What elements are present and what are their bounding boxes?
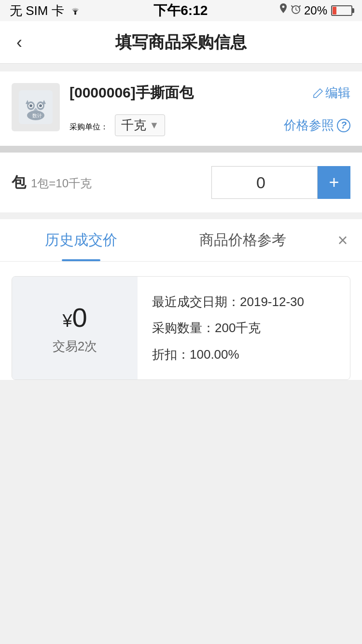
tab-history-price[interactable]: 历史成交价 bbox=[0, 219, 162, 261]
info-icon: ? bbox=[337, 119, 350, 132]
recent-date-value: 2019-12-30 bbox=[240, 294, 304, 309]
quantity-plus-button[interactable]: + bbox=[318, 166, 350, 199]
back-button[interactable]: ‹ bbox=[12, 28, 27, 57]
tab-active-indicator bbox=[62, 259, 100, 261]
purchase-qty-row: 采购数量：200千克 bbox=[152, 319, 335, 336]
sim-text: 无 SIM 卡 bbox=[10, 2, 64, 19]
discount-value: 100.00% bbox=[190, 347, 239, 362]
quantity-unit-label: 包 bbox=[12, 173, 26, 193]
discount-label: 折扣： bbox=[152, 347, 190, 362]
product-name: [0000006]手撕面包 bbox=[70, 83, 194, 103]
svg-point-7 bbox=[29, 104, 32, 107]
battery-icon bbox=[331, 5, 352, 16]
price-symbol: ¥ bbox=[62, 311, 72, 331]
battery-percent: 20% bbox=[304, 4, 327, 17]
nav-bar: ‹ 填写商品采购信息 bbox=[0, 21, 362, 64]
product-info: [0000006]手撕面包 编辑 采购单位： 千克 ▼ 价格 bbox=[70, 83, 350, 136]
edit-button[interactable]: 编辑 bbox=[313, 84, 350, 101]
svg-point-8 bbox=[39, 104, 42, 107]
recent-date-row: 最近成交日期：2019-12-30 bbox=[152, 293, 335, 310]
history-price-left: ¥0 交易2次 bbox=[12, 277, 138, 379]
product-card: 数计 [0000006]手撕面包 编辑 采购单位： 千克 ▼ bbox=[0, 71, 362, 146]
quantity-left: 包 1包=10千克 bbox=[12, 173, 92, 193]
tabs-header: 历史成交价 商品价格参考 × bbox=[0, 219, 362, 262]
quantity-input-group: + bbox=[211, 166, 350, 199]
product-row-top: 数计 [0000006]手撕面包 编辑 采购单位： 千克 ▼ bbox=[12, 83, 350, 136]
unit-select[interactable]: 千克 ▼ bbox=[115, 114, 165, 136]
unit-label-group: 采购单位： 千克 ▼ bbox=[70, 114, 165, 136]
status-time: 下午6:12 bbox=[153, 1, 208, 20]
purchase-qty-label: 采购数量： bbox=[152, 321, 215, 335]
alarm-icon bbox=[291, 3, 301, 18]
wifi-icon bbox=[68, 3, 83, 18]
history-card: ¥0 交易2次 最近成交日期：2019-12-30 采购数量：200千克 折扣：… bbox=[12, 276, 350, 380]
status-bar: 无 SIM 卡 下午6:12 20% bbox=[0, 0, 362, 21]
location-icon bbox=[279, 3, 288, 18]
unit-row: 采购单位： 千克 ▼ 价格参照 ? bbox=[70, 114, 350, 136]
quantity-equiv: 1包=10千克 bbox=[31, 176, 92, 191]
status-left: 无 SIM 卡 bbox=[10, 2, 83, 19]
svg-point-0 bbox=[74, 13, 76, 14]
status-right: 20% bbox=[279, 3, 352, 18]
section-divider bbox=[0, 146, 362, 153]
product-image: 数计 bbox=[12, 83, 60, 131]
tabs-panel: 历史成交价 商品价格参考 × ¥0 交易2次 最近成交日期：2019-12-30… bbox=[0, 219, 362, 380]
product-logo: 数计 bbox=[19, 90, 53, 124]
product-name-row: [0000006]手撕面包 编辑 bbox=[70, 83, 350, 103]
recent-date-label: 最近成交日期： bbox=[152, 294, 240, 309]
price-ref-button[interactable]: 价格参照 ? bbox=[284, 117, 350, 134]
page-title: 填写商品采购信息 bbox=[115, 31, 247, 54]
discount-row: 折扣：100.00% bbox=[152, 346, 335, 363]
tab-product-price-ref[interactable]: 商品价格参考 bbox=[162, 219, 323, 261]
quantity-input[interactable] bbox=[211, 166, 318, 199]
edit-icon bbox=[313, 88, 323, 98]
purchase-qty-value: 200千克 bbox=[215, 321, 261, 335]
chevron-down-icon: ▼ bbox=[149, 120, 159, 131]
svg-text:数计: 数计 bbox=[32, 113, 42, 118]
history-price-display: ¥0 bbox=[62, 302, 87, 333]
trade-count: 交易2次 bbox=[53, 338, 97, 355]
quantity-row: 包 1包=10千克 + bbox=[0, 153, 362, 212]
unit-label: 采购单位： bbox=[70, 123, 108, 131]
history-details-right: 最近成交日期：2019-12-30 采购数量：200千克 折扣：100.00% bbox=[138, 277, 350, 379]
tab-close-button[interactable]: × bbox=[323, 219, 362, 262]
content-area bbox=[0, 394, 362, 644]
